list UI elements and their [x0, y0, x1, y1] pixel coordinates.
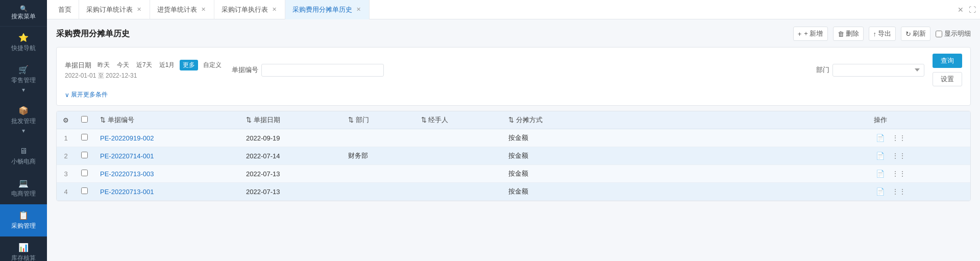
tab-close-purchase-cost-hist[interactable]: ✕ [355, 6, 362, 13]
cell-split-method-2: 按金额 [502, 165, 868, 183]
cell-ops-0: 📄 ⋮⋮ [868, 129, 970, 147]
th-gear[interactable]: ⚙ [57, 111, 75, 129]
sidebar-item-wholesale[interactable]: 📦 批发管理 ▾ [0, 100, 47, 140]
dept-select[interactable]: 财务部 [832, 64, 924, 77]
show-columns-checkbox[interactable]: 显示明细 [936, 29, 971, 38]
cell-gear-0: 1 [57, 129, 75, 147]
doc-num-link-1[interactable]: PE-20220714-001 [100, 152, 154, 160]
cell-checkbox-1[interactable] [75, 147, 94, 165]
cell-split-method-0: 按金额 [502, 129, 868, 147]
sidebar-item-inventory[interactable]: 📊 库存核算 [0, 236, 47, 261]
cell-ops-2: 📄 ⋮⋮ [868, 165, 970, 183]
sort-icon-split: ⇅ [508, 116, 514, 124]
row-checkbox-3[interactable] [81, 187, 88, 194]
th-doc-num[interactable]: ⇅ 单据编号 [94, 111, 240, 129]
setting-button[interactable]: 设置 [933, 72, 962, 86]
tab-purchase-order-stat[interactable]: 采购订单统计表 ✕ [79, 0, 150, 19]
export-button[interactable]: ↑ 导出 [869, 27, 896, 41]
cell-checkbox-2[interactable] [75, 165, 94, 183]
delete-button[interactable]: 🗑 删除 [833, 27, 864, 41]
show-columns-input[interactable] [936, 31, 942, 37]
cell-ops-3: 📄 ⋮⋮ [868, 183, 970, 201]
op-more-0[interactable]: ⋮⋮ [890, 133, 908, 143]
cell-gear-3: 4 [57, 183, 75, 201]
row-checkbox-0[interactable] [81, 134, 88, 140]
tab-close-purchase-order-exec[interactable]: ✕ [271, 6, 278, 13]
tab-purchase-cost-hist[interactable]: 采购费用分摊单历史 ✕ [285, 0, 370, 19]
sidebar-item-ecom-small[interactable]: 🖥 小畅电商 [0, 140, 47, 172]
search-button[interactable]: 查询 [933, 54, 962, 68]
op-more-3[interactable]: ⋮⋮ [890, 186, 908, 197]
cell-doc-date-1: 2022-07-14 [240, 147, 342, 165]
filter-buttons: 查询 设置 [933, 54, 962, 86]
maximize-icon[interactable]: ⛶ [969, 6, 976, 14]
sidebar-item-search[interactable]: 🔍 搜索菜单 [0, 0, 47, 27]
table-row: 1 PE-20220919-002 2022-09-19 按金额 📄 ⋮⋮ [57, 129, 970, 147]
th-checkbox[interactable] [75, 111, 94, 129]
th-split-method[interactable]: ⇅ 分摊方式 [502, 111, 868, 129]
cell-doc-num-2: PE-20220713-003 [94, 165, 240, 183]
shortcut-custom[interactable]: 自定义 [201, 60, 224, 70]
cell-checkbox-3[interactable] [75, 183, 94, 201]
op-more-1[interactable]: ⋮⋮ [890, 151, 908, 161]
main-area: 首页 采购订单统计表 ✕ 进货单统计表 ✕ 采购订单执行表 ✕ 采购费用分摊单历… [47, 0, 980, 261]
sidebar-item-purchase[interactable]: 📋 采购管理 [0, 204, 47, 236]
date-label: 单据日期 [65, 61, 91, 70]
tab-bar-actions: ✕ ⛶ [958, 6, 976, 14]
cell-doc-date-3: 2022-07-13 [240, 183, 342, 201]
tab-purchase-incoming-stat[interactable]: 进货单统计表 ✕ [150, 0, 214, 19]
th-ops: 操作 [868, 111, 970, 129]
op-view-3[interactable]: 📄 [874, 186, 887, 197]
tab-close-purchase-order-stat[interactable]: ✕ [136, 6, 142, 13]
add-button[interactable]: + + 新增 [793, 27, 828, 41]
search-icon: 🔍 [4, 5, 43, 12]
cart-icon: 🛒 [18, 65, 29, 75]
shortcut-yesterday[interactable]: 昨天 [95, 60, 112, 70]
row-checkbox-1[interactable] [81, 152, 88, 158]
th-handler[interactable]: ⇅ 经手人 [415, 111, 502, 129]
doc-num-link-0[interactable]: PE-20220919-002 [100, 134, 154, 142]
op-more-2[interactable]: ⋮⋮ [890, 169, 908, 179]
op-view-0[interactable]: 📄 [874, 133, 887, 143]
sidebar-item-quick-nav[interactable]: ⭐ 快捷导航 [0, 27, 47, 59]
select-all-checkbox[interactable] [81, 116, 88, 123]
shortcut-1month[interactable]: 近1月 [157, 60, 177, 70]
cell-doc-num-1: PE-20220714-001 [94, 147, 240, 165]
cell-dept-0 [342, 129, 415, 147]
page-header: 采购费用分摊单历史 + + 新增 🗑 删除 ↑ 导出 ↻ 刷新 [56, 27, 971, 41]
expand-conditions-button[interactable]: ∨ 展开更多条件 [65, 90, 962, 99]
th-dept[interactable]: ⇅ 部门 [342, 111, 415, 129]
cell-split-method-3: 按金额 [502, 183, 868, 201]
doc-num-label: 单据编号 [232, 65, 258, 75]
clipboard-icon: 📋 [18, 210, 29, 220]
tab-close-purchase-incoming-stat[interactable]: ✕ [200, 6, 207, 13]
row-checkbox-2[interactable] [81, 170, 88, 176]
sidebar-item-retail[interactable]: 🛒 零售管理 ▾ [0, 59, 47, 100]
shortcut-today[interactable]: 今天 [115, 60, 131, 70]
chart-icon: 📊 [18, 243, 29, 252]
doc-num-input[interactable] [261, 64, 384, 77]
shortcut-7days[interactable]: 近7天 [134, 60, 154, 70]
table-row: 2 PE-20220714-001 2022-07-14 财务部 按金额 📄 ⋮… [57, 147, 970, 165]
shortcut-more[interactable]: 更多 [180, 60, 198, 70]
sort-icon-dept: ⇅ [348, 116, 354, 124]
refresh-button[interactable]: ↻ 刷新 [901, 27, 930, 41]
date-filter-group: 单据日期 昨天 今天 近7天 近1月 更多 自定义 2022-01-01 至 2… [65, 60, 224, 80]
tab-purchase-order-exec[interactable]: 采购订单执行表 ✕ [214, 0, 285, 19]
close-tab-icon[interactable]: ✕ [958, 6, 964, 14]
op-view-2[interactable]: 📄 [874, 169, 887, 179]
op-view-1[interactable]: 📄 [874, 151, 887, 161]
date-range-text: 2022-01-01 至 2022-12-31 [65, 72, 137, 80]
table-header-row: ⚙ ⇅ 单据编号 ⇅ 单据日期 ⇅ [57, 111, 970, 129]
th-doc-date[interactable]: ⇅ 单据日期 [240, 111, 342, 129]
cell-dept-3 [342, 183, 415, 201]
star-icon: ⭐ [18, 33, 29, 42]
page-title: 采购费用分摊单历史 [56, 29, 130, 39]
doc-num-link-2[interactable]: PE-20220713-003 [100, 170, 154, 178]
doc-num-link-3[interactable]: PE-20220713-001 [100, 188, 154, 196]
sidebar-item-ecom-mgmt[interactable]: 💻 电商管理 [0, 172, 47, 204]
cell-checkbox-0[interactable] [75, 129, 94, 147]
tab-home[interactable]: 首页 [51, 0, 79, 19]
cell-handler-1 [415, 147, 502, 165]
cell-gear-1: 2 [57, 147, 75, 165]
